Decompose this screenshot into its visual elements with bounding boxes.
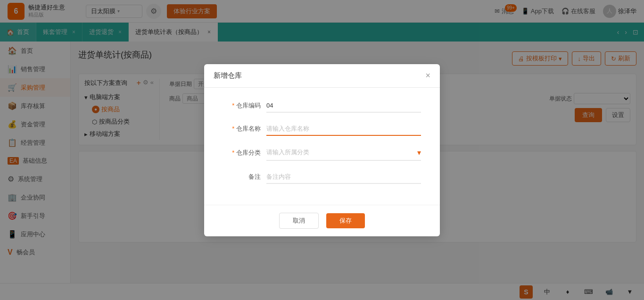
dialog-footer: 取消 保存	[204, 205, 440, 236]
new-warehouse-dialog: 新增仓库 × 仓库编码 仓库名称 仓库分类 请输入所属分类 ▾	[204, 64, 440, 236]
modal-overlay: 新增仓库 × 仓库编码 仓库名称 仓库分类 请输入所属分类 ▾	[0, 0, 644, 300]
form-row-category: 仓库分类 请输入所属分类 ▾	[223, 145, 421, 161]
category-placeholder: 请输入所属分类	[266, 148, 309, 157]
code-label: 仓库编码	[223, 101, 261, 110]
code-input[interactable]	[266, 99, 421, 113]
note-input[interactable]	[266, 170, 421, 184]
name-input[interactable]	[266, 122, 421, 136]
save-button[interactable]: 保存	[326, 213, 365, 228]
name-label: 仓库名称	[223, 125, 261, 133]
dialog-body: 仓库编码 仓库名称 仓库分类 请输入所属分类 ▾ 备注	[204, 88, 440, 205]
dialog-title: 新增仓库	[214, 71, 242, 80]
chevron-down-icon: ▾	[417, 148, 421, 157]
form-row-name: 仓库名称	[223, 122, 421, 136]
dialog-close-button[interactable]: ×	[425, 71, 430, 81]
form-row-code: 仓库编码	[223, 99, 421, 113]
cancel-button[interactable]: 取消	[279, 213, 319, 229]
category-select[interactable]: 请输入所属分类 ▾	[266, 145, 421, 161]
note-label: 备注	[223, 173, 261, 181]
form-row-note: 备注	[223, 170, 421, 184]
dialog-header: 新增仓库 ×	[204, 64, 440, 88]
category-label: 仓库分类	[223, 149, 261, 157]
